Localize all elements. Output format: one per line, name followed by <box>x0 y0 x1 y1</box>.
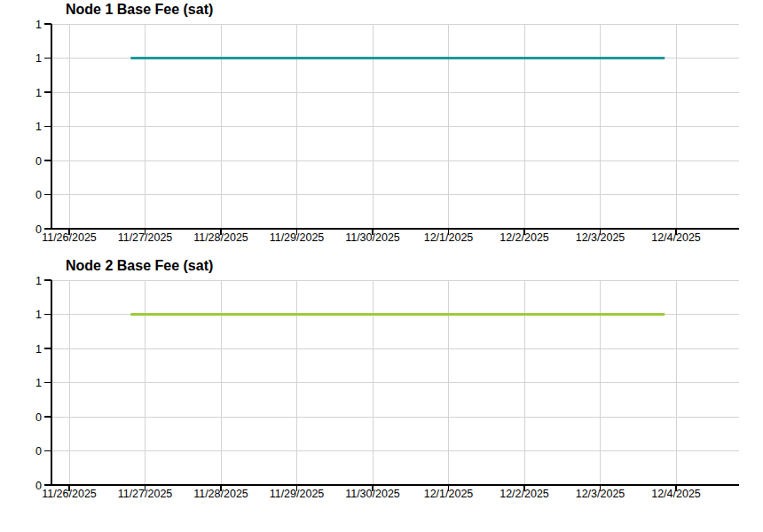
x-tick-label: 12/4/2025 <box>651 231 701 244</box>
x-tick-label: 11/30/2025 <box>345 231 400 244</box>
x-tick-label: 11/29/2025 <box>270 231 325 244</box>
x-tick-label: 11/26/2025 <box>42 488 97 500</box>
x-tick-label: 12/2/2025 <box>499 488 549 500</box>
y-tick-label: 1 <box>35 121 42 133</box>
chart-node1-base-fee: Node 1 Base Fee (sat) 111100011/26/20251… <box>0 0 763 256</box>
y-tick-label: 1 <box>35 377 42 389</box>
y-tick-label: 0 <box>35 411 42 424</box>
y-tick-label: 0 <box>35 445 42 458</box>
x-tick-label: 11/27/2025 <box>118 231 173 244</box>
x-tick-label: 11/27/2025 <box>118 488 173 500</box>
x-tick-label: 11/29/2025 <box>270 488 325 500</box>
y-tick-label: 1 <box>35 87 42 99</box>
y-tick-label: 0 <box>35 155 42 168</box>
y-tick-label: 1 <box>35 52 42 65</box>
x-tick-label: 11/28/2025 <box>193 488 248 500</box>
x-tick-label: 11/26/2025 <box>42 231 97 244</box>
chart-node2-canvas: 111100011/26/202511/27/202511/28/202511/… <box>0 256 763 512</box>
x-tick-label: 12/1/2025 <box>424 231 474 244</box>
y-tick-label: 0 <box>35 223 42 236</box>
x-tick-label: 12/4/2025 <box>651 488 701 500</box>
x-tick-label: 11/28/2025 <box>193 231 248 244</box>
y-tick-label: 0 <box>35 480 42 492</box>
y-tick-label: 0 <box>35 189 42 201</box>
chart-node1-canvas: 111100011/26/202511/27/202511/28/202511/… <box>0 0 763 256</box>
x-tick-label: 12/2/2025 <box>499 231 549 244</box>
y-tick-label: 1 <box>35 343 42 356</box>
y-tick-label: 1 <box>35 275 42 287</box>
x-tick-label: 11/30/2025 <box>345 488 400 500</box>
chart-node2-base-fee: Node 2 Base Fee (sat) 111100011/26/20251… <box>0 256 763 512</box>
y-tick-label: 1 <box>35 19 42 31</box>
x-tick-label: 12/1/2025 <box>424 488 474 500</box>
charts-page: Node 1 Base Fee (sat) 111100011/26/20251… <box>0 0 763 532</box>
x-tick-label: 12/3/2025 <box>576 488 625 500</box>
y-tick-label: 1 <box>35 309 42 321</box>
x-tick-label: 12/3/2025 <box>576 231 625 244</box>
